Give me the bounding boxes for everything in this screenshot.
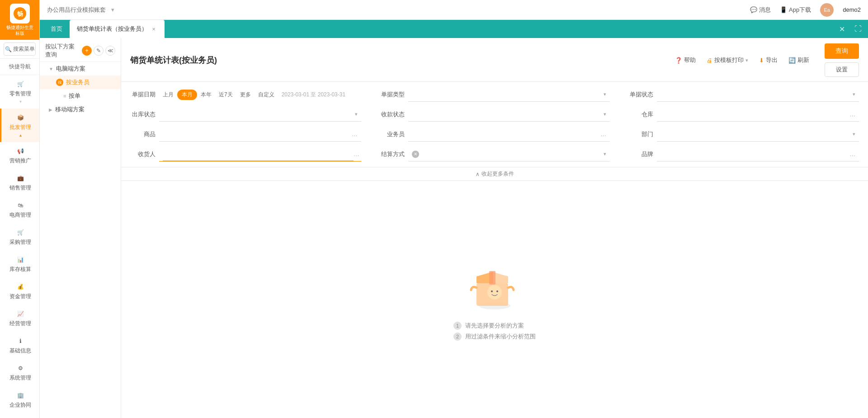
basic-icon: ℹ <box>16 337 25 346</box>
receiver-input[interactable] <box>163 147 354 161</box>
warehouse-dots: … <box>849 111 855 118</box>
marketing-label: 营销推广 <box>9 157 31 165</box>
sales-icon: 💼 <box>16 174 25 183</box>
tab-close-button[interactable]: ✕ <box>150 25 157 33</box>
system-label: 系统管理 <box>9 374 31 382</box>
quick-nav-button[interactable]: 快捷导航 <box>0 61 39 73</box>
refresh-button[interactable]: 🔄 刷新 <box>786 54 812 66</box>
warehouse-select[interactable]: … <box>657 107 859 122</box>
filter-row-2: 出库状态 ▾ 收款状态 ▾ <box>130 107 859 122</box>
logo-icon: 畅 <box>10 4 30 24</box>
print-arrow-icon: ▾ <box>745 57 748 63</box>
settle-tag-close[interactable]: ✕ <box>412 151 419 158</box>
help-button[interactable]: ❓ 帮助 <box>672 54 698 66</box>
date-tab-more[interactable]: 更多 <box>236 89 255 100</box>
date-tab-this-year[interactable]: 本年 <box>197 89 215 100</box>
tree-sub-child-by-order[interactable]: ≡ 按单 <box>40 89 121 103</box>
tab-home[interactable]: 首页 <box>43 20 70 38</box>
refresh-icon: 🔄 <box>788 57 796 64</box>
product-label: 商品 <box>130 130 156 138</box>
pay-status-select[interactable]: ▾ <box>408 107 610 122</box>
doc-type-select[interactable]: ▾ <box>408 87 610 102</box>
inventory-label: 库存核算 <box>9 266 31 273</box>
date-tab-last7[interactable]: 近7天 <box>215 89 236 100</box>
add-scheme-button[interactable]: + <box>82 46 92 56</box>
tab-expand-button[interactable]: ⛶ <box>852 23 864 35</box>
sidebar-item-ecommerce[interactable]: 🛍 电商管理 <box>0 196 39 223</box>
collapse-button[interactable]: ∧ 收起更多条件 <box>476 170 514 178</box>
settle-label: 结算方式 <box>379 150 405 158</box>
tree-child-salesperson-label: 按业务员 <box>66 78 90 86</box>
sidebar-item-system[interactable]: ⚙ 系统管理 <box>0 359 39 386</box>
svg-point-8 <box>487 285 502 299</box>
content-area: 按以下方案查询 + ✎ ≪ ▼ 电脑端方案 按 按业务员 ≡ 按单 <box>40 38 868 418</box>
retail-arrow: ▾ <box>19 99 22 104</box>
user-name: demo2 <box>843 6 861 13</box>
filter-out-status: 出库状态 ▾ <box>130 107 361 122</box>
left-panel: 按以下方案查询 + ✎ ≪ ▼ 电脑端方案 按 按业务员 ≡ 按单 <box>40 38 121 418</box>
marketing-icon: 📢 <box>16 147 25 156</box>
date-tab-last-month[interactable]: 上月 <box>159 89 177 100</box>
brand-label: 品牌 <box>628 150 653 158</box>
sidebar-item-inventory[interactable]: 📊 库存核算 <box>0 251 39 278</box>
sales-stat-tab-label: 销货单统计表（按业务员） <box>77 25 147 33</box>
sidebar-item-purchase[interactable]: 🛒 采购管理 <box>0 223 39 251</box>
doc-status-select[interactable]: ▾ <box>657 87 859 102</box>
sidebar-item-finance[interactable]: 💰 资金管理 <box>0 278 39 305</box>
sidebar-item-retail[interactable]: 🛒 零售管理 ▾ <box>0 75 39 109</box>
collapse-panel-button[interactable]: ≪ <box>105 46 115 56</box>
tab-close-all-button[interactable]: ✕ <box>835 23 848 35</box>
product-select[interactable]: … <box>159 127 361 142</box>
query-button[interactable]: 查询 <box>825 43 859 59</box>
sidebar-item-newbie[interactable]: 🎓 新手引导 <box>0 413 39 418</box>
print-button[interactable]: 🖨 按模板打印 ▾ <box>704 54 751 66</box>
tab-bar-right: ✕ ⛶ <box>835 23 864 35</box>
hint-num-1: 1 <box>453 322 462 330</box>
print-icon: 🖨 <box>707 57 712 64</box>
tree-node-desktop[interactable]: ▼ 电脑端方案 <box>40 62 121 76</box>
quick-nav-label: 快捷导航 <box>9 63 31 70</box>
page-header-actions: ❓ 帮助 🖨 按模板打印 ▾ ⬇ 导出 🔄 刷新 <box>672 43 859 77</box>
salesperson-dots: … <box>600 131 606 138</box>
sidebar-item-sales[interactable]: 💼 销售管理 <box>0 169 39 196</box>
refresh-label: 刷新 <box>797 56 809 64</box>
message-button[interactable]: 💬 消息 <box>750 6 771 14</box>
app-logo: 畅 畅捷通好生意 标版 <box>0 0 39 40</box>
sidebar-item-enterprise[interactable]: 🏢 企业协同 <box>0 386 39 413</box>
avatar-initials: Ea <box>824 7 830 13</box>
purchase-icon: 🛒 <box>16 228 25 237</box>
tab-sales-stat[interactable]: 销货单统计表（按业务员） ✕ <box>70 20 165 38</box>
ecommerce-label: 电商管理 <box>9 211 31 219</box>
date-tab-custom[interactable]: 自定义 <box>255 89 278 100</box>
doc-type-label: 单据类型 <box>379 90 405 99</box>
message-icon: 💬 <box>750 6 757 13</box>
salesperson-select[interactable]: … <box>408 127 610 142</box>
search-menu-label: 搜索菜单 <box>13 45 35 53</box>
edit-scheme-button[interactable]: ✎ <box>94 46 104 56</box>
settings-button[interactable]: 设置 <box>825 62 859 77</box>
date-tab-this-month[interactable]: 本月 <box>177 90 197 100</box>
department-select[interactable]: ▾ <box>657 127 859 142</box>
filter-receiver: 收货人 … <box>130 147 361 162</box>
empty-hint: 1 请先选择要分析的方案 2 用过滤条件来缩小分析范围 <box>453 322 536 341</box>
brand-select[interactable]: … <box>657 147 859 162</box>
tree-child-by-salesperson[interactable]: 按 按业务员 <box>40 76 121 89</box>
out-status-select[interactable]: ▾ <box>159 107 361 122</box>
search-menu-button[interactable]: 🔍 搜索菜单 <box>4 43 36 56</box>
sidebar-item-basic[interactable]: ℹ 基础信息 <box>0 332 39 359</box>
purchase-label: 采购管理 <box>9 238 31 246</box>
doc-type-arrow: ▾ <box>604 91 606 97</box>
empty-hint-item-2: 2 用过滤条件来缩小分析范围 <box>453 332 536 341</box>
tree-node-mobile[interactable]: ▶ 移动端方案 <box>40 103 121 116</box>
department-arrow: ▾ <box>853 131 855 137</box>
export-icon: ⬇ <box>759 57 764 64</box>
sidebar-item-wholesale[interactable]: 📦 批发管理 ▴ <box>0 109 39 142</box>
settle-select[interactable]: ✕ ▾ <box>408 147 610 162</box>
app-download-button[interactable]: 📱 App下载 <box>780 6 811 14</box>
app-name: 畅捷通好生意 标版 <box>6 24 33 36</box>
page-header: 销货单统计表(按业务员) ❓ 帮助 🖨 按模板打印 ▾ ⬇ 导出 <box>121 38 868 82</box>
sidebar-item-operations[interactable]: 📈 经营管理 <box>0 305 39 332</box>
sidebar-item-marketing[interactable]: 📢 营销推广 <box>0 142 39 169</box>
export-button[interactable]: ⬇ 导出 <box>756 54 780 66</box>
avatar[interactable]: Ea <box>820 3 834 17</box>
